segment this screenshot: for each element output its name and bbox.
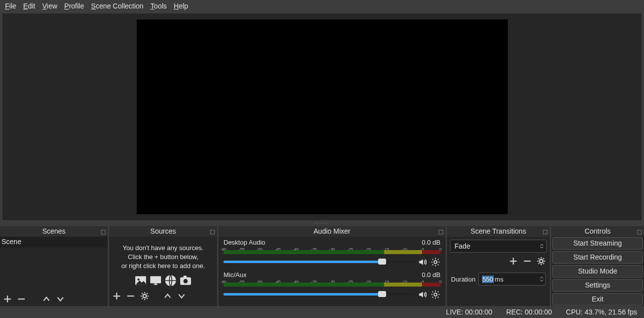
channel-db: 0.0 dB bbox=[422, 239, 440, 246]
svg-rect-4 bbox=[150, 276, 161, 283]
dock-title-label: Scene Transitions bbox=[470, 227, 526, 235]
popout-icon[interactable] bbox=[543, 228, 548, 233]
dock-audio-mixer: Audio Mixer Desktop Audio0.0 dB-60-55-50… bbox=[218, 226, 445, 306]
scenes-toolbar bbox=[0, 291, 108, 306]
duration-label: Duration bbox=[451, 276, 475, 283]
display-source-icon bbox=[149, 274, 162, 286]
duration-spinbox[interactable]: 550 ms bbox=[478, 273, 546, 286]
menu-file[interactable]: File bbox=[5, 2, 16, 10]
audio-meter bbox=[223, 250, 440, 255]
duration-value: 550 bbox=[482, 276, 494, 283]
start-recording-button[interactable]: Start Recording bbox=[552, 251, 643, 264]
dock-sources: Sources You don't have any sources. Clic… bbox=[109, 226, 217, 306]
status-bar: LIVE: 00:00:00 REC: 00:00:00 CPU: 43.7%,… bbox=[0, 306, 644, 318]
dock-title-controls: Controls bbox=[551, 226, 644, 237]
speaker-icon[interactable] bbox=[418, 290, 428, 299]
menu-scene-collection[interactable]: Scene Collection bbox=[91, 2, 144, 10]
dock-scene-transitions: Scene Transitions Fade Duration 550 bbox=[447, 226, 550, 306]
browser-source-icon bbox=[164, 274, 177, 286]
transition-selected-label: Fade bbox=[454, 242, 470, 250]
hint-line: or right click here to add one. bbox=[112, 262, 214, 271]
svg-point-14 bbox=[434, 293, 437, 296]
svg-rect-12 bbox=[439, 230, 443, 234]
dock-title-scenes: Scenes bbox=[0, 226, 108, 237]
scene-list[interactable]: Scene bbox=[0, 237, 108, 291]
volume-slider[interactable] bbox=[223, 261, 415, 263]
svg-point-13 bbox=[434, 261, 437, 264]
spin-arrows-icon[interactable] bbox=[539, 276, 544, 283]
menu-help[interactable]: Help bbox=[174, 2, 188, 10]
volume-slider[interactable] bbox=[223, 293, 415, 296]
menu-profile[interactable]: Profile bbox=[64, 2, 84, 10]
dock-title-label: Scenes bbox=[42, 227, 66, 235]
dock-title-label: Audio Mixer bbox=[314, 227, 351, 235]
channel-db: 0.0 dB bbox=[422, 271, 440, 279]
menu-edit[interactable]: Edit bbox=[23, 2, 35, 10]
source-properties-button[interactable] bbox=[140, 292, 149, 301]
svg-rect-17 bbox=[638, 230, 642, 234]
dock-splitter[interactable]: ······ bbox=[0, 220, 644, 226]
hint-line: Click the + button below, bbox=[112, 253, 214, 262]
duration-unit: ms bbox=[495, 276, 503, 283]
remove-scene-button[interactable] bbox=[17, 295, 26, 304]
mixer-channel: Mic/Aux0.0 dB-60-55-50-45-40-35-30-25-20… bbox=[223, 271, 440, 299]
popout-icon[interactable] bbox=[210, 228, 215, 233]
popout-icon[interactable] bbox=[438, 228, 443, 233]
dock-title-mixer: Audio Mixer bbox=[218, 226, 445, 237]
camera-source-icon bbox=[179, 274, 192, 286]
svg-point-16 bbox=[540, 260, 543, 263]
dropdown-arrows-icon bbox=[539, 243, 544, 249]
status-rec: REC: 00:00:00 bbox=[506, 308, 552, 316]
studio-mode-button[interactable]: Studio Mode bbox=[552, 265, 643, 278]
svg-rect-10 bbox=[184, 276, 187, 278]
settings-button[interactable]: Settings bbox=[552, 279, 643, 292]
dock-title-label: Sources bbox=[150, 227, 176, 235]
speaker-icon[interactable] bbox=[418, 257, 428, 266]
svg-rect-15 bbox=[543, 230, 547, 234]
popout-icon[interactable] bbox=[637, 228, 642, 233]
mixer-channel: Desktop Audio0.0 dB-60-55-50-45-40-35-30… bbox=[223, 239, 440, 266]
slider-thumb[interactable] bbox=[378, 291, 386, 297]
dock-title-label: Controls bbox=[585, 227, 611, 235]
menu-tools[interactable]: Tools bbox=[151, 2, 167, 10]
sources-toolbar bbox=[109, 288, 217, 303]
move-scene-up-button[interactable] bbox=[42, 295, 51, 304]
svg-point-11 bbox=[143, 294, 147, 298]
dock-title-sources: Sources bbox=[109, 226, 217, 237]
move-scene-down-button[interactable] bbox=[56, 295, 65, 304]
hint-line: You don't have any sources. bbox=[112, 244, 214, 253]
dock-title-transitions: Scene Transitions bbox=[447, 226, 550, 237]
sources-empty-hint[interactable]: You don't have any sources. Click the + … bbox=[109, 237, 217, 288]
status-live: LIVE: 00:00:00 bbox=[446, 308, 492, 316]
preview-area bbox=[2, 13, 642, 220]
image-source-icon bbox=[134, 274, 147, 286]
svg-point-3 bbox=[138, 278, 140, 280]
svg-rect-1 bbox=[211, 230, 215, 234]
remove-transition-button[interactable] bbox=[523, 257, 532, 266]
start-streaming-button[interactable]: Start Streaming bbox=[552, 237, 643, 250]
dock-controls: Controls Start Streaming Start Recording… bbox=[551, 226, 644, 306]
add-source-button[interactable] bbox=[112, 292, 121, 301]
status-cpu: CPU: 43.7%, 21.56 fps bbox=[566, 308, 637, 316]
dock-scenes: Scenes Scene bbox=[0, 226, 108, 306]
remove-source-button[interactable] bbox=[126, 292, 135, 301]
menu-view[interactable]: View bbox=[42, 2, 57, 10]
channel-name: Desktop Audio bbox=[223, 239, 265, 246]
transition-select[interactable]: Fade bbox=[450, 240, 547, 253]
slider-thumb[interactable] bbox=[378, 259, 386, 265]
scene-item[interactable]: Scene bbox=[0, 237, 108, 248]
popout-icon[interactable] bbox=[101, 228, 106, 233]
move-source-down-button[interactable] bbox=[177, 292, 186, 301]
svg-rect-0 bbox=[101, 230, 105, 234]
add-scene-button[interactable] bbox=[3, 295, 12, 304]
svg-rect-6 bbox=[155, 283, 156, 284]
transition-properties-button[interactable] bbox=[537, 257, 546, 266]
menu-bar: File Edit View Profile Scene Collection … bbox=[0, 0, 644, 13]
add-transition-button[interactable] bbox=[509, 257, 518, 266]
gear-icon[interactable] bbox=[430, 290, 440, 299]
preview-canvas[interactable] bbox=[137, 19, 508, 214]
audio-meter bbox=[223, 283, 440, 288]
exit-button[interactable]: Exit bbox=[552, 293, 643, 306]
gear-icon[interactable] bbox=[430, 257, 440, 266]
move-source-up-button[interactable] bbox=[163, 292, 172, 301]
